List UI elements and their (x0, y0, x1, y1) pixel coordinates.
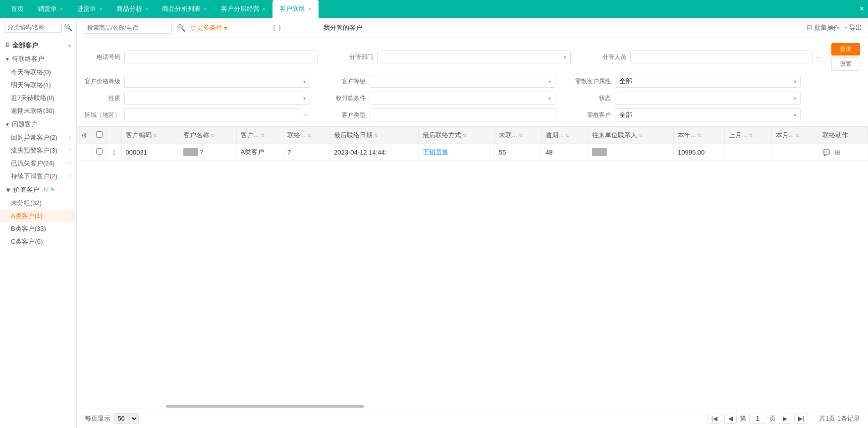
select-all-checkbox[interactable] (96, 131, 103, 138)
customer-type-input[interactable] (370, 108, 555, 121)
col-last-way[interactable]: 最后联络方式⇅ (419, 127, 495, 144)
checkbox-icon: ☑ (807, 24, 813, 32)
col-not-contact[interactable]: 未联...⇅ (494, 127, 541, 144)
page-unit-label: 页 (769, 414, 776, 423)
bulk-operation-button[interactable]: ☑ 批量操作 (807, 23, 840, 32)
col-last-date[interactable]: 最后联络日期⇅ (330, 127, 419, 144)
nav-tab-product-analysis[interactable]: 商品分析 × (109, 0, 155, 18)
col-unit-contact[interactable]: 往来单位联系人⇅ (588, 127, 674, 144)
price-tier-select[interactable]: ▾ (124, 75, 310, 88)
nav-tab-product-list[interactable]: 商品分析列表 × (155, 0, 214, 18)
sidebar-pending-contact-header[interactable]: ▼ 待联络客户 (0, 52, 76, 66)
main-search-input[interactable] (83, 22, 172, 34)
col-name[interactable]: 客户名称⇅ (179, 127, 236, 144)
sidebar-value-customers-header[interactable]: ▼ 价值客户 ↻ ✎ (0, 183, 76, 197)
phone-input[interactable] (124, 51, 318, 63)
status-select[interactable]: ▾ (615, 92, 801, 105)
dept-select[interactable]: ▾ (377, 51, 570, 63)
nav-tab-customer-tier[interactable]: 客户分层经营 × (214, 0, 272, 18)
manager-field: 分管人员 ··· (591, 51, 823, 63)
col-this-month[interactable]: 本月...⇅ (771, 127, 818, 144)
page-number-input[interactable] (749, 414, 766, 424)
customer-table: ⚙ 客户编码⇅ 客户名称⇅ 客户...⇅ 联络...⇅ 最后联络日期⇅ 最后联络… (77, 127, 868, 160)
sidebar-collapse-button[interactable]: « (68, 42, 71, 49)
sidebar-item-b-class[interactable]: B类客户(33) (0, 222, 76, 235)
row-last-way[interactable]: 下销货单 (419, 144, 495, 160)
name-color-block (183, 148, 198, 156)
sidebar-problem-customers-header[interactable]: ▼ 问题客户 (0, 117, 76, 131)
col-last-month[interactable]: 上月...⇅ (725, 127, 771, 144)
col-overdue[interactable]: 逾期...⇅ (542, 127, 588, 144)
sidebar-item-c-class[interactable]: C类客户(6) (0, 235, 76, 248)
manager-more-btn[interactable]: ··· (813, 54, 823, 60)
customer-type-field: 客户类型 (330, 108, 555, 121)
filter-icon: ▽ (190, 24, 195, 32)
nav-tab-customer-contact[interactable]: 客户联络 × (272, 0, 318, 18)
sidebar-item-today-contact[interactable]: 今天待联络(0) (0, 66, 76, 79)
region-more-btn[interactable]: ··· (299, 111, 310, 118)
close-product-analysis-tab[interactable]: × (145, 6, 148, 12)
nav-tab-sales[interactable]: 销货单 × (31, 0, 70, 18)
payment-select[interactable]: ▾ (370, 92, 555, 105)
more-filters-button[interactable]: ▽ 更多条件 ▾ (190, 23, 227, 32)
window-close-button[interactable]: × (860, 4, 864, 13)
col-checkbox (92, 127, 107, 144)
retail-attr-label: 零散客户属性 (575, 77, 615, 86)
customer-tier-arrow: ▾ (548, 79, 551, 84)
row-code[interactable]: 000031 (121, 144, 179, 160)
export-button[interactable]: ↑ 导出 (845, 23, 863, 32)
horizontal-scrollbar-thumb[interactable] (166, 405, 364, 408)
sidebar-item-a-class[interactable]: A类客户(1) (0, 210, 76, 222)
close-customer-tier-tab[interactable]: × (263, 6, 266, 12)
col-code[interactable]: 客户编码⇅ (121, 127, 179, 144)
col-settings[interactable]: ⚙ (77, 127, 92, 144)
retail-attr-select[interactable]: 全部 ▾ (615, 75, 801, 88)
region-field: 区域（地区） ··· (85, 108, 310, 121)
dept-arrow: ▾ (564, 54, 566, 60)
last-page-button[interactable]: ▶| (794, 414, 808, 424)
manager-input[interactable] (630, 51, 813, 63)
settings-button[interactable]: 设置 (831, 57, 860, 71)
sidebar-item-repurchase-abnormal[interactable]: 回购异常客户(2) ? (0, 131, 76, 144)
query-button[interactable]: 查询 (831, 43, 860, 55)
sidebar-item-overdue-contact[interactable]: 逾期未联络(30) (0, 105, 76, 117)
region-input[interactable] (124, 108, 299, 121)
sidebar-item-7day-contact[interactable]: 近7天待联络(0) (0, 92, 76, 105)
value-refresh-icon[interactable]: ↻ (43, 186, 48, 193)
data-table-wrapper: ⚙ 客户编码⇅ 客户名称⇅ 客户...⇅ 联络...⇅ 最后联络日期⇅ 最后联络… (77, 127, 868, 403)
close-customer-contact-tab[interactable]: × (308, 6, 311, 12)
col-contact-count[interactable]: 联络...⇅ (283, 127, 329, 144)
col-this-year[interactable]: 本年...⇅ (674, 127, 725, 144)
nav-tab-home[interactable]: 首页 (4, 0, 31, 18)
value-edit-icon[interactable]: ✎ (50, 186, 55, 193)
sidebar-search-icon[interactable]: 🔍 (64, 23, 72, 31)
status-field: 状态 ▾ (575, 92, 801, 105)
not-contact-sort-icon: ⇅ (519, 133, 523, 138)
per-page-select[interactable]: 50 100 200 (113, 413, 139, 424)
close-sales-tab[interactable]: × (60, 6, 63, 12)
my-customers-checkbox[interactable] (232, 25, 322, 31)
sidebar-item-ungrouped[interactable]: 未分组(32) (0, 197, 76, 210)
sidebar-item-tomorrow-contact[interactable]: 明天待联络(1) (0, 79, 76, 92)
col-type[interactable]: 客户...⇅ (236, 127, 283, 144)
prev-page-button[interactable]: ◀ (724, 414, 737, 424)
first-page-button[interactable]: |◀ (707, 414, 721, 424)
row-checkbox[interactable] (96, 148, 103, 155)
nav-tab-purchase[interactable]: 进货单 × (70, 0, 109, 18)
sidebar-all-customers-header[interactable]: ⠿ 全部客户 « (0, 37, 76, 52)
action-chat-icon[interactable]: 💬 (822, 149, 830, 156)
next-page-button[interactable]: ▶ (779, 414, 791, 424)
nature-select[interactable]: ▾ (124, 92, 310, 105)
close-purchase-tab[interactable]: × (99, 6, 102, 12)
sidebar-item-churned[interactable]: 已流失客户(24) ? (0, 157, 76, 170)
sidebar-search-input[interactable] (4, 22, 62, 33)
action-qr-icon[interactable]: ⊞ (835, 149, 840, 156)
customer-tier-select[interactable]: ▾ (370, 75, 555, 88)
retail-customer-select[interactable]: 全部 ▾ (615, 108, 801, 121)
main-search-icon[interactable]: 🔍 (177, 24, 185, 32)
sidebar-item-declining[interactable]: 持续下滑客户(2) ? (0, 170, 76, 183)
row-name: ? (179, 144, 236, 160)
close-product-list-tab[interactable]: × (204, 6, 207, 12)
sidebar-item-churn-warning[interactable]: 流失预警客户(3) ? (0, 144, 76, 157)
row-gear (77, 144, 92, 160)
